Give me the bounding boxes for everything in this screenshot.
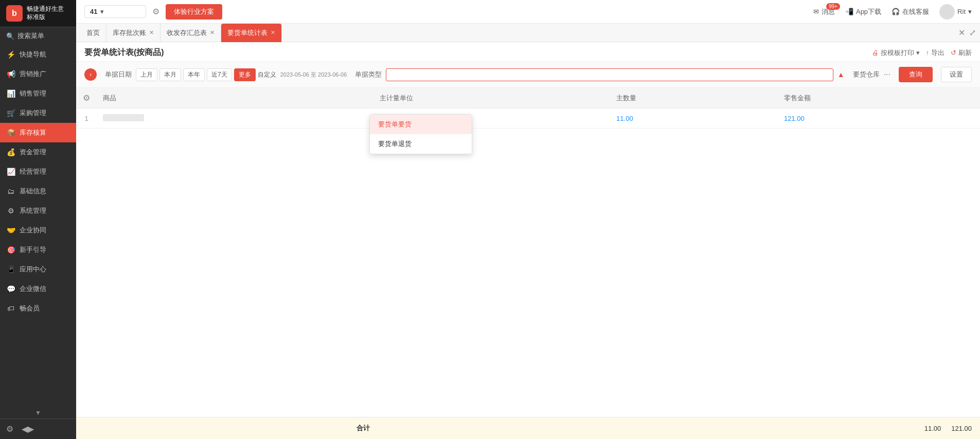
sidebar-item-label: 采购管理: [20, 108, 46, 118]
sidebar-item-kuaijie[interactable]: ⚡ 快捷导航: [0, 45, 76, 64]
amount-link[interactable]: 121.00: [784, 115, 805, 122]
xiaoshou-icon: 📊: [6, 89, 15, 98]
tab-home[interactable]: 首页: [80, 24, 106, 42]
col-unit: 主计量单位: [373, 88, 610, 108]
type-dropdown: 要货单要货 要货单退货: [369, 114, 472, 154]
message-item[interactable]: ✉ 消息 99+: [813, 7, 835, 16]
tab-actions: ✕ ⤢: [958, 28, 976, 38]
filter-expand-button[interactable]: ›: [84, 68, 97, 81]
footer-quantity: 11.00: [924, 425, 941, 432]
yingyong-icon: 📱: [6, 265, 15, 274]
tab-expand-button[interactable]: ⤢: [969, 28, 976, 38]
user-avatar-item[interactable]: Rit ▾: [939, 4, 972, 20]
date-filter-group: 单据日期 上月 本月 本年 近7天 更多 自定义 2023-05-06 至 20…: [105, 68, 347, 81]
sidebar-item-yingyong[interactable]: 📱 应用中心: [0, 260, 76, 279]
trial-button[interactable]: 体验行业方案: [166, 4, 222, 20]
type-filter-group: 单据类型 ▲: [355, 68, 844, 81]
zijin-icon: 💰: [6, 148, 15, 157]
jichu-icon: 🗂: [6, 187, 15, 196]
app-download-item[interactable]: 📲 App下载: [845, 7, 881, 16]
print-template-button[interactable]: 🖨 按模板打印 ▾: [872, 48, 920, 58]
footer-label: 合计: [357, 424, 370, 433]
settings-icon[interactable]: ⚙: [6, 424, 13, 434]
date-last-7-days-button[interactable]: 近7天: [207, 68, 232, 81]
chevron-down-icon: ▾: [968, 8, 972, 15]
date-last-month-button[interactable]: 上月: [136, 68, 157, 81]
print-icon: 🖨: [872, 49, 879, 57]
sidebar-item-jichu[interactable]: 🗂 基础信息: [0, 181, 76, 201]
close-icon[interactable]: ✕: [149, 29, 154, 36]
kuaijie-icon: ⚡: [6, 50, 15, 59]
tab-label: 库存批次账: [113, 28, 146, 38]
sidebar-item-xiaoshou[interactable]: 📊 销售管理: [0, 84, 76, 103]
close-icon[interactable]: ✕: [271, 29, 275, 36]
column-settings-icon[interactable]: ⚙: [83, 94, 90, 102]
sidebar-item-xitong[interactable]: ⚙ 系统管理: [0, 201, 76, 221]
main-area: 41 ▾ ⚙ 体验行业方案 ✉ 消息 99+ 📲 App下载 🎧 在线客服 Ri…: [76, 0, 980, 439]
tab-shoufa-summary[interactable]: 收发存汇总表 ✕: [161, 24, 221, 42]
type-chevron-up-icon[interactable]: ▲: [838, 70, 845, 79]
sidebar-item-yingxiao[interactable]: 📢 营销推广: [0, 64, 76, 84]
warehouse-filter-group: 要货仓库 ···: [853, 70, 890, 79]
sidebar-item-caigou[interactable]: 🛒 采购管理: [0, 103, 76, 123]
huiyuan-icon: 🏷: [6, 304, 15, 313]
sidebar-item-jingying[interactable]: 📈 经营管理: [0, 162, 76, 181]
date-more-button[interactable]: 更多: [234, 68, 256, 81]
collapse-icon[interactable]: ◀▶: [22, 424, 34, 434]
service-item[interactable]: 🎧 在线客服: [892, 7, 929, 16]
sidebar-item-weixin[interactable]: 💬 企业微信: [0, 279, 76, 299]
sidebar-item-label: 库存核算: [20, 128, 46, 137]
print-label: 按模板打印: [881, 48, 914, 58]
service-icon: 🎧: [892, 8, 900, 15]
company-num: 41: [90, 8, 97, 15]
footer-amount: 121.00: [951, 425, 972, 432]
sidebar-item-huiyuan[interactable]: 🏷 畅会员: [0, 299, 76, 318]
settings-button[interactable]: 设置: [941, 67, 972, 82]
kucun-icon: 📦: [6, 128, 15, 137]
dropdown-item-label: 要货单退货: [378, 140, 412, 148]
export-button[interactable]: ↑ 导出: [926, 48, 945, 58]
sidebar-item-label: 快捷导航: [20, 50, 46, 59]
sidebar-item-label: 新手引导: [20, 245, 46, 254]
sidebar-nav: ⚡ 快捷导航 📢 营销推广 📊 销售管理 🛒 采购管理 📦 库存核算 💰 资金管…: [0, 45, 76, 407]
warehouse-more-button[interactable]: ···: [884, 70, 890, 79]
header-right: ✉ 消息 99+ 📲 App下载 🎧 在线客服 Rit ▾: [813, 4, 972, 20]
tab-bar: 首页 库存批次账 ✕ 收发存汇总表 ✕ 要货单统计表 ✕ ✕ ⤢: [76, 24, 980, 42]
query-button[interactable]: 查询: [899, 67, 933, 82]
date-this-month-button[interactable]: 本月: [159, 68, 181, 81]
tab-close-all-button[interactable]: ✕: [958, 28, 965, 38]
sidebar-item-kucun[interactable]: 📦 库存核算: [0, 123, 76, 142]
jingying-icon: 📈: [6, 167, 15, 176]
date-this-year-button[interactable]: 本年: [183, 68, 205, 81]
sidebar-item-qiye[interactable]: 🤝 企业协同: [0, 221, 76, 240]
tab-kucun-batch[interactable]: 库存批次账 ✕: [106, 24, 161, 42]
sidebar-item-xinshou[interactable]: 🎯 新手引导: [0, 240, 76, 260]
date-filter-label: 单据日期: [105, 70, 132, 79]
warehouse-filter-label: 要货仓库: [853, 70, 880, 79]
top-header: 41 ▾ ⚙ 体验行业方案 ✉ 消息 99+ 📲 App下载 🎧 在线客服 Ri…: [76, 0, 980, 24]
header-gear-button[interactable]: ⚙: [152, 7, 159, 16]
quantity-link[interactable]: 11.00: [616, 115, 633, 122]
user-name: Rit: [957, 8, 966, 15]
tab-yaohuo-stat[interactable]: 要货单统计表 ✕: [221, 24, 282, 42]
sidebar-item-label: 营销推广: [20, 69, 46, 79]
product-placeholder: [103, 114, 144, 121]
page-actions: 🖨 按模板打印 ▾ ↑ 导出 ↺ 刷新: [872, 48, 972, 58]
dropdown-item-yaohuo-tui[interactable]: 要货单退货: [370, 134, 472, 154]
refresh-label: 刷新: [958, 48, 972, 58]
sidebar-item-label: 销售管理: [20, 89, 46, 98]
sidebar-scroll-down[interactable]: ▼: [0, 407, 76, 418]
chevron-right-icon: ›: [90, 71, 92, 78]
date-buttons: 上月 本月 本年 近7天 更多 自定义: [136, 68, 276, 81]
date-custom-button[interactable]: 自定义: [258, 70, 276, 79]
page-content: 要货单统计表(按商品) 🖨 按模板打印 ▾ ↑ 导出 ↺ 刷新: [76, 42, 980, 439]
type-filter-input[interactable]: [386, 68, 833, 81]
dropdown-item-yaohuo-dan[interactable]: 要货单要货: [370, 115, 472, 134]
search-label: 搜索菜单: [17, 31, 44, 41]
sidebar-footer: ⚙ ◀▶: [0, 418, 76, 439]
sidebar-search[interactable]: 🔍 搜索菜单: [0, 27, 76, 45]
refresh-button[interactable]: ↺ 刷新: [951, 48, 972, 58]
company-selector[interactable]: 41 ▾: [84, 5, 146, 18]
close-icon[interactable]: ✕: [210, 29, 215, 36]
sidebar-item-zijin[interactable]: 💰 资金管理: [0, 142, 76, 162]
